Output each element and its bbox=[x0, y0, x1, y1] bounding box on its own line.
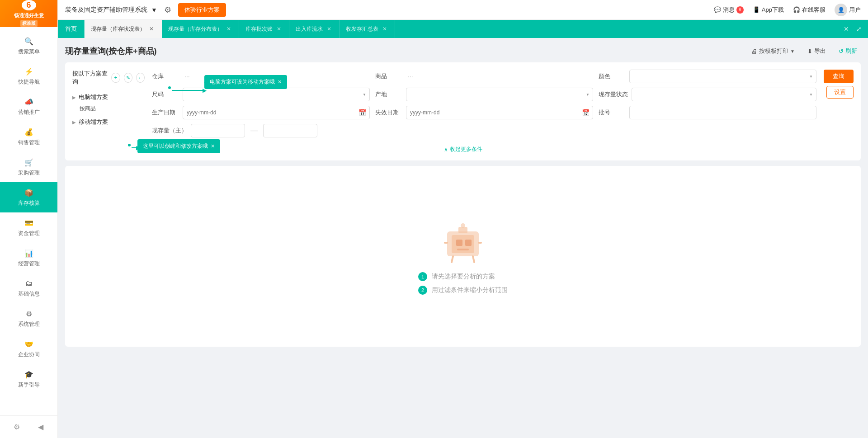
search-menu-icon: 🔍 bbox=[24, 36, 34, 46]
marketing-icon: 📣 bbox=[24, 97, 34, 107]
mobile-scheme-node[interactable]: ▶ 移动端方案 bbox=[72, 116, 145, 128]
tab-maximize-btn[interactable]: ⤢ bbox=[854, 24, 864, 34]
logo-text: 畅通通好生意 bbox=[14, 12, 44, 19]
settings-bottom-btn[interactable]: ⚙ bbox=[10, 421, 23, 433]
origin-select-wrapper bbox=[406, 88, 593, 101]
main-content: 装备及固定资产辅助管理系统 ▼ ⚙ 体验行业方案 💬 消息 8 📱 App下载 … bbox=[58, 0, 868, 438]
desktop-scheme-children: 按商品 bbox=[72, 103, 145, 114]
tab-close-icon[interactable]: ✕ bbox=[381, 25, 388, 33]
svg-point-6 bbox=[461, 223, 465, 228]
sidebar-logo: 6 畅通通好生意 标准版 bbox=[0, 0, 57, 27]
sidebar-item-newbie[interactable]: 🎓 新手引导 bbox=[0, 364, 57, 394]
filter-settings-btn[interactable]: 设置 bbox=[826, 86, 854, 99]
newbie-icon: 🎓 bbox=[24, 369, 34, 379]
inventory-main-to[interactable] bbox=[263, 124, 317, 137]
scheme-child-goods[interactable]: 按商品 bbox=[80, 103, 145, 114]
desktop-scheme-tooltip: 电脑方案可设为移动方案哦 ✕ bbox=[204, 75, 287, 89]
tab-window-actions: ✕ ⤢ bbox=[837, 20, 868, 38]
size-select[interactable] bbox=[183, 88, 370, 101]
inventory-main-from[interactable] bbox=[191, 124, 245, 137]
tab-in-out-flow[interactable]: 出入库流水 ✕ bbox=[289, 20, 340, 38]
filter-header: 按以下方案查询 + ✎ ← bbox=[72, 70, 145, 86]
print-template-btn[interactable]: 🖨 按模板打印 ▼ bbox=[748, 45, 798, 57]
back-scheme-btn[interactable]: ← bbox=[136, 73, 145, 83]
create-dot-indicator bbox=[127, 143, 132, 147]
sidebar-item-basic[interactable]: 🗂 基础信息 bbox=[0, 273, 57, 303]
sidebar-item-inventory[interactable]: 📦 库存核算 bbox=[0, 182, 57, 212]
finance-icon: 💳 bbox=[24, 218, 34, 228]
create-tooltip-close[interactable]: ✕ bbox=[211, 143, 215, 149]
industry-btn[interactable]: 体验行业方案 bbox=[178, 3, 226, 17]
tab-inventory-dist[interactable]: 现存量（库存分布表） ✕ bbox=[162, 20, 239, 38]
tab-home[interactable]: 首页 bbox=[58, 20, 85, 38]
purchase-icon: 🛒 bbox=[24, 157, 34, 167]
inventory-status-field: 现存量状态 bbox=[599, 88, 816, 101]
user-menu[interactable]: 👤 用户 bbox=[835, 4, 861, 16]
add-scheme-btn[interactable]: + bbox=[111, 73, 120, 83]
page-title: 现存量查询(按仓库+商品) bbox=[65, 46, 157, 57]
tab-inventory-status[interactable]: 现存量（库存状况表） ✕ bbox=[85, 20, 162, 38]
tab-close-icon[interactable]: ✕ bbox=[326, 25, 333, 33]
sidebar-item-enterprise[interactable]: 🤝 企业协同 bbox=[0, 334, 57, 364]
logo-icon: 6 bbox=[22, 0, 36, 10]
sidebar-item-operation[interactable]: 📊 经营管理 bbox=[0, 243, 57, 273]
sidebar-item-finance[interactable]: 💳 资金管理 bbox=[0, 212, 57, 243]
goods-field: 商品 ··· bbox=[375, 72, 593, 80]
messages-btn[interactable]: 💬 消息 8 bbox=[714, 6, 744, 14]
edit-scheme-btn[interactable]: ✎ bbox=[124, 73, 132, 83]
basic-icon: 🗂 bbox=[24, 278, 34, 288]
collapse-btn[interactable]: ∧ 收起更多条件 bbox=[444, 146, 482, 153]
print-icon: 🖨 bbox=[751, 48, 757, 55]
tab-close-icon[interactable]: ✕ bbox=[275, 25, 283, 33]
sidebar-item-system[interactable]: ⚙ 系统管理 bbox=[0, 303, 57, 334]
empty-steps-list: 1 请先选择要分析的方案 2 用过滤条件来缩小分析范围 bbox=[418, 272, 508, 295]
tab-collect-summary[interactable]: 收发存汇总表 ✕ bbox=[340, 20, 395, 38]
svg-line-10 bbox=[473, 256, 474, 262]
settings-gear-btn[interactable]: ⚙ bbox=[161, 3, 175, 17]
system-dropdown[interactable]: ▼ bbox=[151, 6, 157, 14]
top-header: 装备及固定资产辅助管理系统 ▼ ⚙ 体验行业方案 💬 消息 8 📱 App下载 … bbox=[58, 0, 868, 20]
expiry-date-input[interactable] bbox=[406, 106, 593, 119]
search-btn[interactable]: 查询 bbox=[824, 70, 854, 83]
color-select[interactable] bbox=[629, 70, 816, 83]
desktop-scheme-node[interactable]: ▶ 电脑端方案 bbox=[72, 91, 145, 103]
user-avatar: 👤 bbox=[835, 4, 847, 16]
desktop-tooltip-close[interactable]: ✕ bbox=[278, 79, 282, 85]
content-area: 1 请先选择要分析的方案 2 用过滤条件来缩小分析范围 bbox=[65, 166, 861, 347]
print-dropdown-icon: ▼ bbox=[790, 49, 795, 54]
batch-no-input[interactable] bbox=[629, 106, 816, 119]
tab-close-all-btn[interactable]: ✕ bbox=[841, 24, 852, 34]
warehouse-more-icon[interactable]: ··· bbox=[183, 73, 192, 80]
export-btn[interactable]: ⬇ 导出 bbox=[804, 45, 830, 57]
filter-area: 按以下方案查询 + ✎ ← ▶ 电脑端方案 按商品 bbox=[65, 62, 861, 160]
inventory-status-wrapper bbox=[632, 88, 816, 101]
sidebar-item-quick-nav[interactable]: ⚡ 快捷导航 bbox=[0, 61, 57, 91]
expiry-date-input-wrapper: 📅 bbox=[406, 106, 593, 119]
production-date-input[interactable] bbox=[183, 106, 370, 119]
sidebar-item-sales[interactable]: 💰 销售管理 bbox=[0, 122, 57, 152]
tab-close-icon[interactable]: ✕ bbox=[225, 25, 232, 33]
tab-close-icon[interactable]: ✕ bbox=[148, 25, 155, 33]
collapse-up-icon: ∧ bbox=[444, 146, 448, 153]
goods-more-icon[interactable]: ··· bbox=[406, 73, 415, 80]
svg-rect-2 bbox=[456, 240, 462, 246]
sidebar-item-purchase[interactable]: 🛒 采购管理 bbox=[0, 152, 57, 182]
production-date-input-wrapper: 📅 bbox=[183, 106, 370, 119]
collapse-sidebar-btn[interactable]: ◀ bbox=[34, 421, 47, 433]
expiry-date-icon[interactable]: 📅 bbox=[582, 109, 590, 116]
production-date-icon[interactable]: 📅 bbox=[359, 109, 366, 116]
sidebar: 6 畅通通好生意 标准版 🔍 搜索菜单 ⚡ 快捷导航 📣 营销推广 💰 销售管理… bbox=[0, 0, 58, 438]
origin-select[interactable] bbox=[406, 88, 593, 101]
sidebar-item-marketing[interactable]: 📣 营销推广 bbox=[0, 91, 57, 122]
tab-bar: 首页 现存量（库存状况表） ✕ 现存量（库存分布表） ✕ 库存批次账 ✕ 出入库… bbox=[58, 20, 868, 38]
search-buttons: 查询 设置 bbox=[824, 70, 854, 99]
expiry-date-field: 失效日期 📅 bbox=[375, 106, 593, 119]
page-header: 现存量查询(按仓库+商品) 🖨 按模板打印 ▼ ⬇ 导出 ↺ 刷新 bbox=[65, 45, 861, 57]
refresh-btn[interactable]: ↺ 刷新 bbox=[835, 45, 861, 57]
inventory-status-select[interactable] bbox=[632, 88, 816, 101]
online-support-btn[interactable]: 🎧 在线客服 bbox=[793, 6, 826, 14]
app-download-btn[interactable]: 📱 App下载 bbox=[753, 6, 784, 14]
tab-batch-account[interactable]: 库存批次账 ✕ bbox=[239, 20, 289, 38]
sidebar-item-search-menu[interactable]: 🔍 搜索菜单 bbox=[0, 31, 57, 61]
page-actions: 🖨 按模板打印 ▼ ⬇ 导出 ↺ 刷新 bbox=[748, 45, 861, 57]
